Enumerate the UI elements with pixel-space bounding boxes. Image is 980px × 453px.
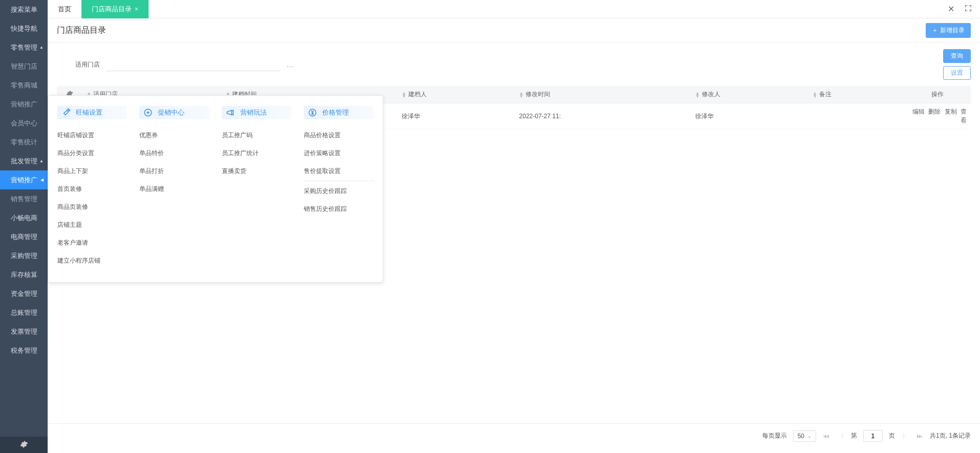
mega-item[interactable]: 老客户邀请 (57, 234, 127, 252)
mega-item[interactable]: 销售历史价跟踪 (304, 200, 373, 218)
sidebar-item-member[interactable]: 会员中心 (0, 114, 48, 133)
page-suffix: 页 (889, 432, 895, 440)
caret-up-icon: ▲ (39, 159, 44, 163)
yen-icon (308, 108, 317, 117)
sidebar-item-ecom1[interactable]: 小畅电商 (0, 208, 48, 227)
mega-item[interactable]: 售价提取设置 (304, 162, 373, 181)
page-title: 门店商品目录 (57, 25, 106, 36)
sidebar-item-quicknav[interactable]: 快捷导航 (0, 19, 48, 38)
sidebar-item-marketing2[interactable]: 营销推广◀ (0, 170, 48, 189)
th-actions: 操作 (904, 86, 971, 103)
per-page-select[interactable]: 50 ⌄ (793, 430, 816, 442)
th-updated-at[interactable]: ▲▼修改时间 (515, 86, 691, 103)
fullscreen-icon[interactable] (963, 3, 974, 16)
setting-button[interactable]: 设置 (943, 66, 971, 80)
tabs-bar: 首页 门店商品目录 × ✕ (48, 0, 980, 18)
main-content: 首页 门店商品目录 × ✕ 门店商品目录 ＋新增目录 适用门店 … (48, 0, 980, 453)
mega-item[interactable]: 采购历史价跟踪 (304, 182, 373, 200)
caret-up-icon: ▲ (39, 45, 44, 50)
mega-item[interactable]: 单品打折 (139, 162, 209, 180)
chevron-down-icon: ⌄ (807, 433, 811, 439)
first-page-icon[interactable]: ⏮ (822, 433, 830, 440)
th-updated-by[interactable]: ▲▼修改人 (691, 86, 808, 103)
sidebar-item-search[interactable]: 搜索菜单 (0, 0, 48, 19)
sidebar-item-tax[interactable]: 税务管理 (0, 341, 48, 360)
mega-header-promo: 促销中心 (139, 106, 209, 119)
mega-item[interactable]: 直播卖货 (222, 162, 291, 180)
plus-icon: ＋ (932, 26, 938, 35)
mega-col-promo: 促销中心 优惠券 单品特价 单品打折 单品满赠 (139, 106, 209, 270)
mega-item[interactable]: 单品满赠 (139, 180, 209, 198)
cell-updated-at: 2022-07-27 11: (515, 103, 691, 130)
page-header: 门店商品目录 ＋新增目录 (48, 18, 980, 43)
mega-item[interactable]: 建立小程序店铺 (57, 252, 127, 270)
last-page-icon[interactable]: ⏭ (915, 433, 924, 440)
sidebar-item-retail[interactable]: 零售管理▲ (0, 38, 48, 57)
mega-item[interactable]: 员工推广码 (222, 126, 291, 144)
caret-left-icon: ◀ (40, 178, 44, 182)
page-summary: 共1页, 1条记录 (930, 432, 971, 440)
filter-more-icon[interactable]: … (286, 60, 295, 69)
mega-item[interactable]: 进价策略设置 (304, 144, 373, 162)
sidebar-item-ecom2[interactable]: 电商管理 (0, 227, 48, 246)
mega-header-price: 价格管理 (304, 106, 373, 119)
prev-page-icon[interactable]: 〈 (837, 432, 845, 440)
mega-item[interactable]: 旺铺店铺设置 (57, 126, 127, 144)
mega-item[interactable]: 员工推广统计 (222, 144, 291, 162)
pagination: 每页显示 50 ⌄ ⏮ 〈 第 页 〉 ⏭ 共1页, 1条记录 (48, 423, 980, 448)
sort-icon: ▲▼ (812, 92, 817, 98)
page-prefix: 第 (851, 432, 857, 440)
page-input[interactable] (863, 430, 883, 442)
sidebar: 搜索菜单 快捷导航 零售管理▲ 智慧门店 零售商城 营销推广 会员中心 零售统计… (0, 0, 48, 453)
mega-item[interactable]: 优惠券 (139, 126, 209, 144)
next-page-icon[interactable]: 〉 (901, 432, 909, 440)
mega-item[interactable]: 商品分类设置 (57, 144, 127, 162)
cell-created-by: 徐泽华 (398, 103, 515, 130)
tab-store-catalog[interactable]: 门店商品目录 × (81, 0, 149, 18)
filter-row: 适用门店 … 查询 设置 (48, 43, 980, 86)
action-edit[interactable]: 编辑 (912, 108, 925, 115)
mega-item[interactable]: 商品上下架 (57, 162, 127, 180)
mega-item[interactable]: 首页装修 (57, 180, 127, 198)
action-copy[interactable]: 复制 (945, 108, 957, 115)
mega-item[interactable]: 商品价格设置 (304, 126, 373, 144)
close-panel-icon[interactable]: ✕ (946, 2, 956, 16)
sidebar-item-marketing1[interactable]: 营销推广 (0, 95, 48, 114)
sort-icon: ▲▼ (695, 92, 700, 98)
mega-col-shop: 旺铺设置 旺铺店铺设置 商品分类设置 商品上下架 首页装修 商品页装修 店铺主题… (57, 106, 127, 270)
sidebar-item-sales[interactable]: 销售管理 (0, 189, 48, 208)
cell-note (808, 103, 904, 130)
wrench-icon (61, 108, 71, 117)
sidebar-item-purchase[interactable]: 采购管理 (0, 246, 48, 265)
sidebar-item-smartstore[interactable]: 智慧门店 (0, 57, 48, 76)
mega-item[interactable]: 商品页装修 (57, 198, 127, 216)
filter-store-input[interactable] (106, 58, 280, 71)
action-delete[interactable]: 删除 (928, 108, 941, 115)
close-icon[interactable]: × (135, 6, 138, 13)
mega-item[interactable]: 店铺主题 (57, 216, 127, 234)
th-note[interactable]: ▲▼备注 (808, 86, 904, 103)
cell-actions: 编辑 删除 复制 查看 (904, 103, 971, 130)
cell-updated-by: 徐泽华 (691, 103, 808, 130)
query-button[interactable]: 查询 (943, 49, 971, 63)
sidebar-footer[interactable] (0, 437, 48, 453)
sidebar-item-ledger[interactable]: 总账管理 (0, 303, 48, 322)
action-view[interactable]: 查看 (961, 108, 967, 124)
mega-item[interactable]: 单品特价 (139, 144, 209, 162)
sidebar-item-invoice[interactable]: 发票管理 (0, 322, 48, 341)
sidebar-item-funds[interactable]: 资金管理 (0, 284, 48, 303)
sidebar-item-retailstat[interactable]: 零售统计 (0, 133, 48, 152)
mega-col-marketing: 营销玩法 员工推广码 员工推广统计 直播卖货 (222, 106, 291, 270)
sidebar-item-retailmall[interactable]: 零售商城 (0, 76, 48, 95)
sidebar-item-wholesale[interactable]: 批发管理▲ (0, 152, 48, 170)
promo-icon (143, 108, 153, 117)
sidebar-item-inventory[interactable]: 库存核算 (0, 265, 48, 284)
tab-home[interactable]: 首页 (48, 0, 81, 18)
filter-store-label: 适用门店 (57, 60, 100, 69)
sort-icon: ▲▼ (402, 92, 406, 98)
add-catalog-button[interactable]: ＋新增目录 (926, 23, 971, 38)
megaphone-icon (226, 108, 235, 117)
mega-header-marketing: 营销玩法 (222, 106, 291, 119)
th-created-by[interactable]: ▲▼建档人 (398, 86, 515, 103)
gear-icon (20, 440, 28, 450)
